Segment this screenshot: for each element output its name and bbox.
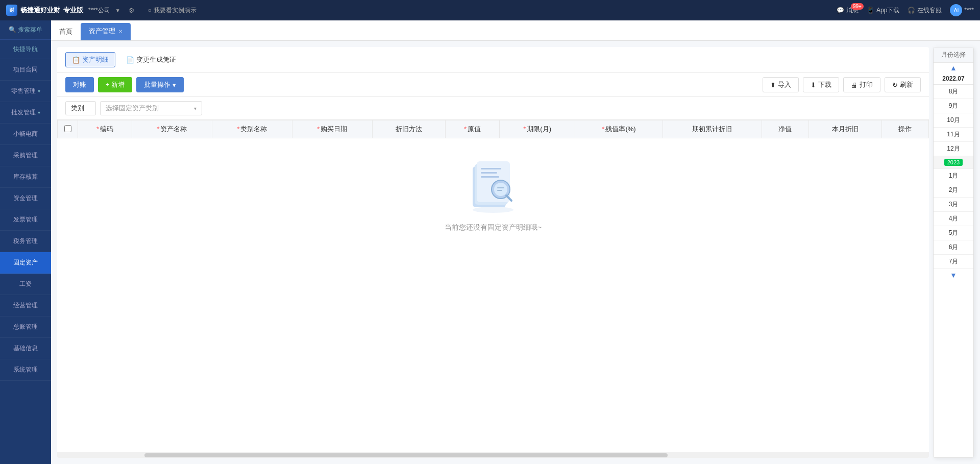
chevron-down-icon: ▾ <box>173 81 176 89</box>
demo-link[interactable]: ○ 我要看实例演示 <box>148 6 197 15</box>
col-original-value: *原值 <box>445 120 499 138</box>
sidebar-item-project[interactable]: 项目合同 <box>0 59 51 81</box>
sidebar-item-fixed-assets[interactable]: 固定资产 <box>0 252 51 274</box>
sidebar-item-wholesale[interactable]: 批发管理 ▾ <box>0 102 51 124</box>
online-service-button[interactable]: 🎧 在线客服 <box>908 6 942 15</box>
print-button[interactable]: 🖨 打印 <box>843 77 880 92</box>
sidebar-item-finance[interactable]: 资金管理 <box>0 188 51 209</box>
month-picker-down-button[interactable]: ▼ <box>934 269 973 281</box>
avatar: Ai <box>950 4 962 16</box>
refresh-button[interactable]: ↻ 刷新 <box>885 77 921 92</box>
sidebar-item-inventory[interactable]: 库存核算 <box>0 166 51 188</box>
filter-row: 类别 选择固定资产类别 ▾ <box>57 97 929 120</box>
svg-rect-10 <box>497 187 504 188</box>
top-bar: 财 畅捷通好业财 专业版 ****公司 ▼ ⚙ ○ 我要看实例演示 💬 消息 9… <box>0 0 980 20</box>
col-period: *期限(月) <box>499 120 575 138</box>
month-7[interactable]: 7月 <box>934 255 973 269</box>
brand: 财 畅捷通好业财 专业版 <box>6 5 83 16</box>
tab-close-icon[interactable]: ✕ <box>118 29 122 34</box>
month-12[interactable]: 12月 <box>934 142 973 156</box>
asset-table: *编码 *资产名称 *类别名称 *购买日期 折旧方法 *原值 *期限(月) *残… <box>57 120 929 138</box>
sidebar-item-retail[interactable]: 零售管理 ▾ <box>0 81 51 102</box>
brand-name: 畅捷通好业财 <box>20 6 60 15</box>
sidebar-item-operations[interactable]: 经营管理 <box>0 295 51 316</box>
month-5[interactable]: 5月 <box>934 226 973 240</box>
sub-tab-change-voucher[interactable]: 📄 变更生成凭证 <box>119 52 183 67</box>
year-2022-label: 2022.07 <box>934 73 973 85</box>
month-9[interactable]: 9月 <box>934 99 973 113</box>
search-icon: 🔍 <box>9 26 16 33</box>
table-container: *编码 *资产名称 *类别名称 *购买日期 折旧方法 *原值 *期限(月) *残… <box>57 120 929 452</box>
download-icon: ⬇ <box>811 81 816 89</box>
month-3[interactable]: 3月 <box>934 198 973 212</box>
month-11[interactable]: 11月 <box>934 128 973 142</box>
company-dropdown-button[interactable]: ▼ <box>115 8 120 13</box>
settings-button[interactable]: ⚙ <box>126 4 138 16</box>
tab-asset-management[interactable]: 资产管理 ✕ <box>81 23 131 40</box>
demo-icon: ○ <box>148 7 152 14</box>
col-name: *资产名称 <box>132 120 212 138</box>
empty-message: 当前您还没有固定资产明细哦~ <box>445 223 542 232</box>
horizontal-scrollbar[interactable] <box>57 452 929 458</box>
sidebar-item-tax[interactable]: 税务管理 <box>0 231 51 252</box>
select-all-header[interactable] <box>58 120 78 138</box>
user-profile[interactable]: Ai **** <box>950 4 974 16</box>
search-menu-button[interactable]: 🔍 搜索菜单 <box>0 20 51 40</box>
service-icon: 🎧 <box>908 7 915 14</box>
sidebar-item-basic-info[interactable]: 基础信息 <box>0 338 51 359</box>
reconcile-button[interactable]: 对账 <box>65 77 94 92</box>
add-button[interactable]: + 新增 <box>98 77 132 92</box>
empty-illustration <box>462 159 524 215</box>
month-8[interactable]: 8月 <box>934 85 973 99</box>
month-6[interactable]: 6月 <box>934 240 973 255</box>
select-all-checkbox[interactable] <box>64 125 71 132</box>
month-10[interactable]: 10月 <box>934 113 973 128</box>
scrollbar-thumb[interactable] <box>144 453 668 457</box>
sidebar-item-system[interactable]: 系统管理 <box>0 359 51 381</box>
import-icon: ⬆ <box>770 81 776 89</box>
tab-home[interactable]: 首页 <box>51 23 81 40</box>
month-picker-up-button[interactable]: ▲ <box>934 63 973 73</box>
col-residual-rate: *残值率(%) <box>575 120 663 138</box>
category-select[interactable]: 类别 <box>65 101 96 115</box>
svg-point-8 <box>494 183 507 196</box>
col-operation: 操作 <box>881 120 928 138</box>
sidebar-item-salary[interactable]: 工资 <box>0 274 51 295</box>
content-area: 首页 资产管理 ✕ 📋 资产明细 📄 变更生成凭证 <box>51 20 980 464</box>
svg-point-0 <box>473 207 513 213</box>
quick-nav-button[interactable]: 快捷导航 <box>0 40 51 59</box>
month-1[interactable]: 1月 <box>934 169 973 183</box>
sidebar: 🔍 搜索菜单 快捷导航 项目合同 零售管理 ▾ 批发管理 ▾ 小畅电商 采购管理… <box>0 20 51 464</box>
month-2[interactable]: 2月 <box>934 183 973 198</box>
sidebar-item-general-ledger[interactable]: 总账管理 <box>0 316 51 338</box>
company-selector[interactable]: ****公司 <box>88 6 110 15</box>
year-2023-badge: 2023 <box>944 159 963 166</box>
empty-state: 当前您还没有固定资产明细哦~ <box>57 138 929 253</box>
asset-detail-icon: 📋 <box>72 56 80 64</box>
top-bar-right: 💬 消息 99+ 📱 App下载 🎧 在线客服 Ai **** <box>837 4 974 16</box>
app-download-button[interactable]: 📱 App下载 <box>867 6 899 15</box>
sidebar-item-ecommerce[interactable]: 小畅电商 <box>0 124 51 145</box>
batch-operation-button[interactable]: 批量操作 ▾ <box>136 77 184 92</box>
col-purchase-date: *购买日期 <box>292 120 372 138</box>
col-code: *编码 <box>78 120 132 138</box>
message-button[interactable]: 💬 消息 99+ <box>837 6 859 15</box>
page-content: 📋 资产明细 📄 变更生成凭证 对账 + 新增 批量操作 ▾ <box>51 41 980 464</box>
main-layout: 🔍 搜索菜单 快捷导航 项目合同 零售管理 ▾ 批发管理 ▾ 小畅电商 采购管理… <box>0 20 980 464</box>
edition-label: 专业版 <box>63 6 83 15</box>
col-accumulated-depreciation: 期初累计折旧 <box>663 120 762 138</box>
category-input[interactable]: 选择固定资产类别 ▾ <box>100 101 202 115</box>
main-panel: 📋 资产明细 📄 变更生成凭证 对账 + 新增 批量操作 ▾ <box>57 47 929 458</box>
svg-rect-5 <box>481 172 497 174</box>
sidebar-item-purchase[interactable]: 采购管理 <box>0 145 51 166</box>
download-button[interactable]: ⬇ 下载 <box>803 77 839 92</box>
change-voucher-icon: 📄 <box>126 56 134 64</box>
col-depreciation-method: 折旧方法 <box>372 120 445 138</box>
svg-rect-11 <box>497 190 502 191</box>
message-icon: 💬 <box>837 7 844 14</box>
import-button[interactable]: ⬆ 导入 <box>763 77 799 92</box>
month-4[interactable]: 4月 <box>934 212 973 226</box>
col-net-value: 净值 <box>762 120 808 138</box>
sidebar-item-invoice[interactable]: 发票管理 <box>0 209 51 231</box>
sub-tab-asset-detail[interactable]: 📋 资产明细 <box>65 52 115 67</box>
